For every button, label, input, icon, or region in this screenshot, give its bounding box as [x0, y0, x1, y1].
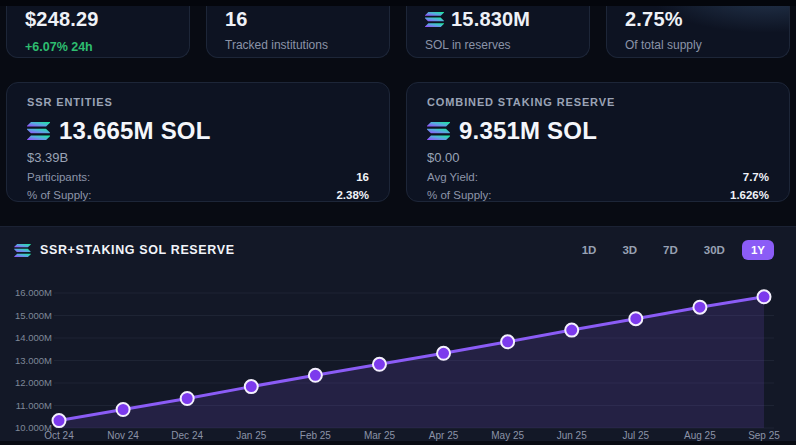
y-axis-label: 14.000M — [15, 332, 52, 343]
sol-price-value: $248.29 — [25, 8, 171, 31]
tracked-institutions-value: 16 — [225, 8, 371, 31]
sol-in-reserves-value-row: 15.830M — [425, 8, 571, 31]
data-point-may-25[interactable] — [501, 335, 514, 348]
area-fill — [59, 297, 764, 428]
stat-card-total-supply-pct: 2.75% Of total supply — [606, 6, 790, 58]
x-axis-label: Feb 25 — [300, 430, 332, 441]
range-button-7d[interactable]: 7D — [654, 240, 687, 260]
ssr-entities-value: 13.665M SOL — [59, 117, 211, 145]
x-axis-label: Jul 25 — [622, 430, 649, 441]
supply-pct-row: % of Supply: 1.626% — [427, 189, 769, 201]
stats-row: $248.29 +6.07% 24h 16 Tracked institutio… — [0, 6, 796, 58]
ssr-entities-value-row: 13.665M SOL — [27, 117, 369, 145]
x-axis-label: Sep 25 — [748, 430, 780, 441]
stat-card-sol-price: $248.29 +6.07% 24h — [6, 6, 190, 58]
y-axis-label: 13.000M — [15, 355, 52, 366]
participants-value: 16 — [356, 171, 369, 183]
solana-icon — [425, 12, 444, 27]
supply-pct-value: 1.626% — [730, 189, 769, 201]
ssr-entities-usd: $3.39B — [27, 150, 369, 165]
supply-pct-row: % of Supply: 2.38% — [27, 189, 369, 201]
data-point-aug-25[interactable] — [693, 301, 706, 314]
supply-pct-label: % of Supply: — [427, 189, 492, 201]
data-point-nov-24[interactable] — [117, 403, 130, 416]
participants-row: Participants: 16 — [27, 171, 369, 183]
combined-staking-value: 9.351M SOL — [459, 117, 597, 145]
y-axis-label: 11.000M — [16, 400, 52, 411]
range-button-1y[interactable]: 1Y — [742, 240, 774, 260]
y-axis-label: 15.000M — [15, 310, 52, 321]
total-supply-pct-value: 2.75% — [625, 8, 771, 31]
solana-icon — [14, 244, 31, 257]
x-axis-label: Mar 25 — [364, 430, 396, 441]
x-axis-label: Oct 24 — [44, 430, 74, 441]
chart-title-wrap: SSR+STAKING SOL RESERVE — [14, 243, 235, 257]
participants-label: Participants: — [27, 171, 90, 183]
x-axis-label: Aug 25 — [684, 430, 716, 441]
avg-yield-value: 7.7% — [743, 171, 769, 183]
x-axis-label: Jun 25 — [557, 430, 587, 441]
x-axis-label: Dec 24 — [171, 430, 203, 441]
range-button-30d[interactable]: 30D — [695, 240, 734, 260]
chart-header: SSR+STAKING SOL RESERVE 1D3D7D30D1Y — [0, 227, 796, 260]
x-axis-label: Nov 24 — [107, 430, 139, 441]
sol-price-change: +6.07% 24h — [25, 40, 171, 54]
x-axis-label: Jan 25 — [236, 430, 266, 441]
stat-card-sol-in-reserves: 15.830M SOL in reserves — [406, 6, 590, 58]
combined-staking-reserve-card: COMBINED STAKING RESERVE 9.351M SOL $0.0… — [406, 82, 790, 202]
tracked-institutions-label: Tracked institutions — [225, 38, 371, 52]
combined-staking-value-row: 9.351M SOL — [427, 117, 769, 145]
data-point-dec-24[interactable] — [181, 392, 194, 405]
ssr-entities-card: SSR ENTITIES 13.665M SOL $3.39B Particip… — [6, 82, 390, 202]
total-supply-pct-label: Of total supply — [625, 38, 771, 52]
chart-title: SSR+STAKING SOL RESERVE — [40, 243, 235, 257]
x-axis-label: May 25 — [491, 430, 524, 441]
y-axis-label: 12.000M — [15, 377, 52, 388]
ssr-entities-title: SSR ENTITIES — [27, 96, 369, 108]
avg-yield-label: Avg Yield: — [427, 171, 478, 183]
x-axis-label: Apr 25 — [429, 430, 459, 441]
sol-in-reserves-value: 15.830M — [451, 8, 530, 31]
time-range-selector: 1D3D7D30D1Y — [573, 240, 774, 260]
data-point-feb-25[interactable] — [309, 369, 322, 382]
y-axis-label: 16.000M — [15, 287, 52, 298]
summary-cards-row: SSR ENTITIES 13.665M SOL $3.39B Particip… — [0, 82, 796, 202]
data-point-mar-25[interactable] — [373, 358, 386, 371]
data-point-sep-25[interactable] — [758, 290, 771, 303]
range-button-1d[interactable]: 1D — [573, 240, 606, 260]
sol-in-reserves-label: SOL in reserves — [425, 38, 571, 52]
data-point-apr-25[interactable] — [437, 347, 450, 360]
avg-yield-row: Avg Yield: 7.7% — [427, 171, 769, 183]
supply-pct-value: 2.38% — [336, 189, 369, 201]
range-button-3d[interactable]: 3D — [613, 240, 646, 260]
combined-staking-usd: $0.00 — [427, 150, 769, 165]
solana-icon — [427, 122, 450, 140]
combined-staking-title: COMBINED STAKING RESERVE — [427, 96, 769, 108]
stat-card-tracked-institutions: 16 Tracked institutions — [206, 6, 390, 58]
data-point-jun-25[interactable] — [565, 324, 578, 337]
data-point-oct-24[interactable] — [53, 414, 66, 427]
supply-pct-label: % of Supply: — [27, 189, 92, 201]
data-point-jan-25[interactable] — [245, 380, 258, 393]
data-point-jul-25[interactable] — [629, 312, 642, 325]
reserve-chart-panel: 10.000M11.000M12.000M13.000M14.000M15.00… — [0, 226, 796, 441]
solana-icon — [27, 122, 50, 140]
